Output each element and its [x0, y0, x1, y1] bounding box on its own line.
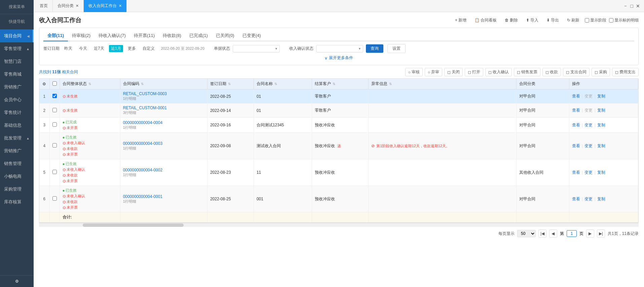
contract-link[interactable]: RETAIL_CUSTOM-0003: [123, 91, 167, 96]
expense-button[interactable]: ◻ 费用支出: [612, 68, 639, 76]
date-btn-yesterday[interactable]: 昨天: [62, 45, 74, 52]
status-tab-completed[interactable]: 已完成(1): [185, 31, 212, 41]
view-action[interactable]: 查看: [572, 144, 580, 148]
sidebar-item-marketing[interactable]: 营销推广: [0, 81, 34, 93]
sidebar-item-wholesale-mgmt[interactable]: 批发管理 ▲: [0, 132, 34, 145]
maximize-button[interactable]: □: [631, 3, 633, 9]
open-button[interactable]: ◻ 打开: [465, 68, 483, 76]
close-icon[interactable]: ✕: [76, 4, 79, 8]
status-tab-pending-payment[interactable]: 待收款(8): [159, 31, 185, 41]
date-btn-more[interactable]: 更多: [126, 45, 138, 52]
copy-action[interactable]: 复制: [597, 144, 605, 148]
sidebar-item-member-center[interactable]: 会员中心: [0, 93, 34, 106]
show-detail-checkbox[interactable]: 显示标的明细: [609, 17, 639, 23]
doc-status-select[interactable]: [233, 45, 280, 52]
contract-link[interactable]: 0000000000004-0003: [123, 141, 162, 146]
sidebar-item-ecommerce[interactable]: 小畅电商: [0, 170, 34, 183]
stage-checkbox-input[interactable]: [585, 18, 589, 23]
minimize-button[interactable]: －: [623, 3, 628, 9]
abandon-review-button[interactable]: ○ 弃审: [425, 68, 442, 76]
sidebar-item-retail-mall[interactable]: 零售商城: [0, 68, 34, 81]
contract-board-button[interactable]: 📋 合同看板: [472, 16, 499, 24]
prev-page-button[interactable]: ◀: [549, 230, 557, 238]
income-confirm-button[interactable]: ◻ 收入确认: [485, 68, 512, 76]
close-contract-button[interactable]: ◻ 关闭: [444, 68, 463, 76]
sidebar-item-retail-stats[interactable]: 零售统计: [0, 106, 34, 119]
view-action[interactable]: 查看: [572, 94, 580, 98]
edit-action[interactable]: 变更: [584, 170, 593, 175]
sidebar-item-purchase-mgmt[interactable]: 采购管理: [0, 183, 34, 196]
import-button[interactable]: ⬆ 导入: [523, 16, 541, 24]
show-stage-checkbox[interactable]: 显示阶段: [585, 17, 606, 23]
sidebar-item-retail-mgmt[interactable]: 零售管理 ▲: [0, 42, 34, 55]
copy-action[interactable]: 复制: [597, 170, 605, 175]
purchase-button[interactable]: ◻ 采购: [592, 68, 610, 76]
date-btn-7days[interactable]: 近7天: [92, 45, 106, 52]
view-action[interactable]: 查看: [572, 108, 580, 113]
status-tab-changed[interactable]: 已变更(4): [238, 31, 265, 41]
expand-more-btn[interactable]: ∨ 展开更多条件: [325, 55, 353, 61]
close-icon[interactable]: ✕: [119, 4, 122, 8]
expense-contract-button[interactable]: ◻ 支出合同: [563, 68, 590, 76]
settings-icon[interactable]: ⚙: [42, 82, 46, 86]
sidebar-item-basic-info[interactable]: 基础信息: [0, 119, 34, 132]
sidebar-item-sales-mgmt[interactable]: 销售管理: [0, 157, 34, 170]
page-input[interactable]: [567, 230, 577, 237]
status-tab-closed[interactable]: 已关闭(0): [212, 31, 238, 41]
sidebar-item-project-contract[interactable]: 项目合同 ◀: [0, 30, 34, 42]
horizontal-scrollbar[interactable]: [39, 223, 639, 227]
page-size-select[interactable]: 10 20 50 100: [517, 230, 536, 237]
tab-home[interactable]: 首页: [35, 0, 53, 12]
tab-income-contract[interactable]: 收入合同工作台 ✕: [84, 0, 127, 12]
add-button[interactable]: + 新增: [452, 16, 469, 24]
contract-link[interactable]: 0000000000004-0004: [123, 120, 162, 125]
view-action[interactable]: 查看: [572, 170, 580, 175]
tab-contract-category[interactable]: 合同分类 ✕: [53, 0, 84, 12]
receipt-status-select[interactable]: [316, 45, 363, 52]
sidebar-settings[interactable]: ⚙: [0, 275, 34, 287]
sidebar-search[interactable]: 搜索菜单: [0, 0, 34, 14]
copy-action[interactable]: 复制: [597, 123, 605, 127]
setting-button[interactable]: 设置: [387, 44, 406, 53]
payment-button[interactable]: ◻ 收款: [542, 68, 561, 76]
contract-link[interactable]: 0000000000004-0001: [123, 194, 162, 199]
select-all-checkbox[interactable]: [52, 81, 57, 86]
edit-action[interactable]: 变更: [584, 197, 593, 201]
copy-action[interactable]: 复制: [597, 94, 605, 98]
edit-action[interactable]: 变更: [584, 123, 593, 127]
row-checkbox[interactable]: [52, 122, 57, 127]
status-tab-pending-invoice[interactable]: 待开票(11): [130, 31, 159, 41]
sidebar-item-marketing2[interactable]: 营销推广: [0, 145, 34, 157]
date-btn-today[interactable]: 今天: [77, 45, 89, 52]
view-action[interactable]: 查看: [572, 197, 580, 201]
contract-link[interactable]: RETAIL_CUSTOM-0001: [123, 106, 167, 110]
row-checkbox[interactable]: [52, 143, 57, 148]
detail-checkbox-input[interactable]: [609, 18, 613, 23]
row-checkbox[interactable]: [52, 196, 57, 201]
refresh-button[interactable]: ↻ 刷新: [564, 16, 582, 24]
sidebar-item-inventory[interactable]: 库存核算: [0, 196, 34, 208]
copy-action[interactable]: 复制: [597, 108, 605, 113]
review-button[interactable]: ○ 审核: [405, 68, 423, 76]
first-page-button[interactable]: |◀: [538, 230, 546, 238]
row-checkbox[interactable]: [52, 108, 57, 112]
row-checkbox[interactable]: [52, 170, 57, 174]
status-tab-pending-review[interactable]: 待审核(2): [68, 31, 94, 41]
sidebar-item-smart-store[interactable]: 智慧门店: [0, 55, 34, 68]
edit-action[interactable]: 变更: [584, 144, 593, 148]
date-btn-1month[interactable]: 近1月: [109, 45, 123, 52]
status-tab-all[interactable]: 全部(11): [43, 31, 68, 41]
date-btn-custom[interactable]: 自定义: [141, 45, 157, 52]
status-tab-pending-income[interactable]: 待收入确认(7): [94, 31, 130, 41]
view-action[interactable]: 查看: [572, 123, 580, 127]
last-page-button[interactable]: ▶|: [597, 230, 605, 238]
delete-button[interactable]: 🗑 删除: [502, 16, 521, 24]
copy-action[interactable]: 复制: [597, 197, 605, 201]
export-button[interactable]: ⬇ 导出: [544, 16, 562, 24]
close-button[interactable]: ✕: [636, 3, 640, 9]
row-checkbox[interactable]: [52, 94, 57, 98]
sales-invoice-button[interactable]: ◻ 销售发票: [514, 68, 540, 76]
next-page-button[interactable]: ▶: [586, 230, 594, 238]
query-button[interactable]: 查询: [366, 44, 383, 53]
contract-link[interactable]: 0000000000004-0002: [123, 168, 162, 172]
